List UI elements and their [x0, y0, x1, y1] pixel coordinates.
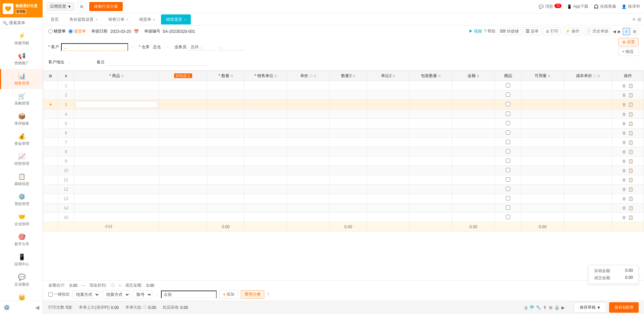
tab-sales-goods[interactable]: 销货单 ×	[134, 14, 160, 24]
trial-btn[interactable]: 体验行业方案	[89, 2, 123, 11]
topbar-settings-btn[interactable]: ⚙	[77, 2, 87, 11]
history-btn[interactable]: 📄 历史单据	[584, 27, 611, 35]
sidebar-item-system[interactable]: ⚙️ 系统管理	[0, 190, 43, 210]
staff-input2[interactable]	[217, 44, 244, 51]
copy-icon[interactable]: 📋	[628, 131, 633, 135]
gift-cell[interactable]	[495, 90, 521, 100]
product-cell[interactable]	[74, 185, 159, 194]
sidebar-item-apps[interactable]: 📱 应用中心	[0, 250, 43, 270]
add-payment-btn[interactable]: + 添加	[219, 290, 238, 299]
delete-icon[interactable]: 🗑	[622, 93, 626, 98]
nav-prev[interactable]: ◀	[613, 29, 616, 34]
shortcuts-btn[interactable]: ⌨ 快捷键	[497, 27, 521, 35]
radio-return[interactable]: 退货单	[68, 28, 86, 34]
copy-icon[interactable]: 📋	[628, 159, 633, 164]
radio-sales-input[interactable]	[48, 29, 53, 34]
product-cell[interactable]	[74, 110, 159, 119]
bottom-print-icon[interactable]: 🖨	[524, 305, 528, 310]
delete-icon[interactable]: 🗑	[622, 149, 626, 154]
gift-cell[interactable]	[495, 147, 521, 156]
gift-checkbox[interactable]	[506, 130, 510, 135]
copy-icon[interactable]: 📋	[628, 215, 633, 220]
bottom-chinese-icon[interactable]: 中	[530, 305, 534, 310]
gift-checkbox[interactable]	[506, 205, 510, 210]
sidebar-search[interactable]: 🔍 搜索菜单	[0, 17, 43, 29]
sidebar-item-newbie[interactable]: 🎯 新手引导	[0, 230, 43, 250]
radio-sales[interactable]: 销货单	[48, 28, 66, 34]
product-cell[interactable]	[74, 119, 159, 128]
copy-icon[interactable]: 📋	[628, 196, 633, 201]
gift-cell[interactable]	[495, 166, 521, 175]
gift-checkbox[interactable]	[506, 177, 510, 182]
delete-icon[interactable]: 🗑	[622, 159, 626, 164]
view-list-btn[interactable]: ≡	[623, 28, 630, 35]
help-btn[interactable]: ? 帮助	[484, 28, 495, 34]
gift-checkbox[interactable]	[506, 149, 510, 153]
copy-icon[interactable]: 📋	[628, 112, 633, 117]
sidebar-item-marketing[interactable]: 📢 营销推广	[0, 49, 43, 69]
row-add-icon[interactable]: +	[49, 102, 52, 107]
product-input[interactable]	[75, 101, 158, 108]
delete-icon[interactable]: 🗑	[622, 168, 626, 173]
product-cell[interactable]	[74, 194, 159, 203]
gift-cell[interactable]	[495, 138, 521, 147]
payment-method-select2[interactable]: 结算方式	[103, 291, 130, 299]
logistics-btn[interactable]: + 物流	[619, 48, 639, 56]
staff-input[interactable]	[189, 44, 215, 51]
gift-cell[interactable]	[495, 194, 521, 203]
delete-icon[interactable]: 🗑	[622, 215, 626, 220]
collapse-icon[interactable]: ◀	[35, 304, 39, 311]
delete-icon[interactable]: 🗑	[622, 121, 626, 126]
product-cell[interactable]	[74, 128, 159, 138]
product-cell[interactable]	[74, 90, 159, 100]
gift-cell[interactable]	[495, 81, 521, 90]
tab-close-sales-goods[interactable]: ×	[153, 18, 155, 21]
copy-icon[interactable]: 📋	[628, 206, 633, 210]
gift-checkbox[interactable]	[506, 168, 510, 172]
product-cell[interactable]	[74, 166, 159, 175]
nav-next[interactable]: ▶	[618, 29, 621, 34]
warehouse-more-btn[interactable]: ···	[166, 45, 169, 49]
delete-icon[interactable]: 🗑	[622, 206, 626, 210]
gift-cell[interactable]	[495, 156, 521, 166]
radio-return-input[interactable]	[68, 29, 73, 34]
delete-icon[interactable]: 🗑	[622, 187, 626, 192]
row-gear-cell[interactable]: +	[43, 100, 58, 110]
sidebar-item-purchase[interactable]: 🛒 采购管理	[0, 89, 43, 109]
delete-icon[interactable]: 🗑	[622, 83, 626, 88]
save-draft-btn[interactable]: 保存草稿 ▼	[574, 302, 606, 313]
sidebar-item-member[interactable]: 👑 畅会员	[0, 290, 43, 301]
save-new-btn[interactable]: 保存&新增	[609, 302, 639, 313]
gift-checkbox[interactable]	[506, 83, 510, 87]
tab-close-all[interactable]: ✕	[632, 17, 636, 22]
copy-icon[interactable]: 📋	[628, 149, 633, 154]
product-cell[interactable]	[74, 81, 159, 90]
settings-bottom-icon[interactable]: ⚙️	[3, 304, 10, 311]
operation-btn[interactable]: ⚡ 操作	[563, 27, 582, 35]
gift-cell[interactable]	[495, 213, 521, 222]
sidebar-item-enterprise[interactable]: 🤝 企业协同	[0, 210, 43, 230]
col-settings[interactable]: ⚙	[43, 71, 58, 81]
delete-icon[interactable]: 🗑	[622, 178, 626, 182]
sales-unit-cell[interactable]	[245, 100, 287, 110]
bottom-tool5[interactable]: ▶	[561, 305, 565, 310]
app-download-btn[interactable]: 📱 App下载	[567, 4, 588, 9]
tab-close-sales-order[interactable]: ×	[126, 18, 128, 21]
product-cell[interactable]	[74, 175, 159, 185]
gift-checkbox[interactable]	[506, 215, 510, 219]
gift-checkbox[interactable]	[506, 121, 510, 125]
tab-price-settings[interactable]: 售价提取设置 ×	[64, 14, 103, 24]
col-barcode[interactable]: 扫码录入	[159, 71, 207, 81]
gift-cell[interactable]	[495, 110, 521, 119]
gift-checkbox[interactable]	[506, 140, 510, 144]
select-order-btn[interactable]: ☰ 选单	[523, 27, 541, 35]
delete-icon[interactable]: 🗑	[622, 131, 626, 135]
qty-cell[interactable]	[207, 100, 245, 110]
product-cell[interactable]	[74, 100, 159, 110]
account-more-btn[interactable]: ···	[155, 292, 158, 297]
bottom-tool3[interactable]: ⊞	[549, 305, 552, 310]
delete-icon[interactable]: 🗑	[622, 102, 626, 107]
notification-btn[interactable]: 💬 消息 70	[539, 4, 561, 9]
tab-sales-order[interactable]: 销售订单 ×	[103, 14, 133, 24]
category-select[interactable]: 日用百货 ▼	[47, 2, 74, 11]
